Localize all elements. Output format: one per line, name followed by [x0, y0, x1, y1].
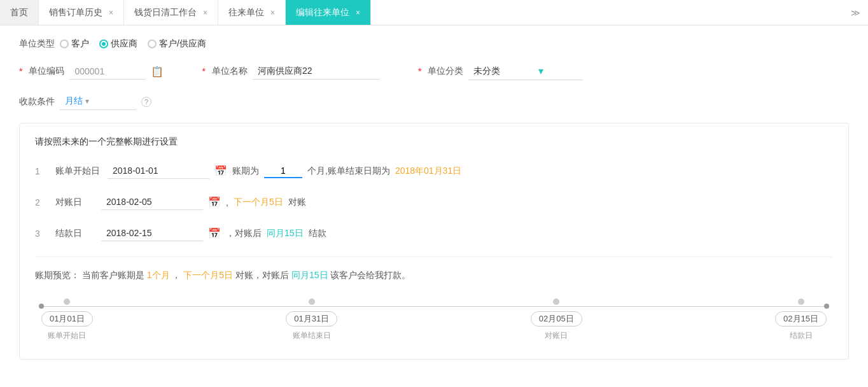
timeline-dot-3: [553, 299, 559, 305]
unit-category-group: * 单位分类 未分类 ▾: [418, 62, 583, 80]
step-1-calendar-icon[interactable]: 📅: [214, 165, 227, 177]
step-3-calendar-icon[interactable]: 📅: [208, 227, 221, 239]
main-content: 单位类型 客户 供应商 客户/供应商 * 单位编码: [0, 25, 868, 387]
preview-section: 账期预览： 当前客户账期是 1个月 ， 下一个月5日 对账，对账后 同月15日 …: [35, 267, 833, 341]
unit-category-star: *: [418, 66, 421, 76]
payment-select[interactable]: 月结 ▾: [60, 93, 136, 110]
step-1-label: 账单开始日: [55, 165, 100, 177]
tab-partner-close[interactable]: ×: [270, 8, 275, 17]
payment-group: 收款条件 月结 ▾ ?: [19, 93, 151, 110]
step-3-prefix: ，对账后: [226, 228, 262, 239]
tab-cash-work-label: 钱货日清工作台: [134, 7, 197, 18]
timeline-point-3: 02月05日 对账日: [531, 299, 582, 341]
unit-code-group: * 单位编码 📋: [19, 64, 164, 80]
timeline-point-2: 01月31日 账单结束日: [286, 299, 337, 341]
payment-label: 收款条件: [19, 96, 55, 108]
tab-expand-button[interactable]: ≫: [843, 0, 868, 25]
step-3-suffix: 结款: [309, 228, 326, 239]
unit-type-label: 单位类型: [19, 38, 55, 50]
tab-sales-history[interactable]: 销售订单历史 ×: [39, 0, 124, 25]
unit-code-input[interactable]: [69, 64, 146, 80]
timeline-label-4: 结款日: [790, 330, 813, 341]
step-2-input-group: 📅 , 下一个月5日 对账: [101, 194, 306, 210]
timeline-badge-4: 02月15日: [775, 311, 827, 327]
unit-name-label: 单位名称: [212, 66, 248, 77]
step-1-suffix-before: 账期为: [232, 165, 259, 177]
timeline-points: 01月01日 账单开始日 01月31日 账单结束日: [41, 299, 827, 341]
radio-both-label: 客户/供应商: [159, 38, 206, 50]
payment-value: 月结: [65, 95, 83, 107]
timeline-label-3: 对账日: [545, 330, 568, 341]
timeline-badge-2: 01月31日: [286, 311, 337, 327]
step-2-date-input[interactable]: [101, 194, 203, 210]
step-1-suffix-after: 个月,账单结束日期为: [307, 165, 390, 177]
step-1-input-group: 📅 账期为 个月,账单结束日期为 2018年01月31日: [108, 163, 461, 179]
timeline-container: 01月01日 账单开始日 01月31日 账单结束日: [35, 299, 833, 341]
expand-icon: ≫: [851, 8, 860, 18]
tab-cash-work[interactable]: 钱货日清工作台 ×: [124, 0, 218, 25]
payment-help-icon[interactable]: ?: [141, 97, 151, 107]
unit-name-star: *: [202, 66, 205, 76]
radio-both[interactable]: 客户/供应商: [148, 38, 206, 50]
timeline-point-4: 02月15日 结款日: [775, 299, 827, 341]
tab-edit-partner-label: 编辑往来单位: [296, 7, 349, 18]
radio-both-circle: [148, 39, 157, 48]
preview-text-1: 当前客户账期是: [82, 270, 144, 280]
radio-customer[interactable]: 客户: [60, 38, 89, 50]
preview-highlight2: 下一个月5日: [183, 270, 233, 280]
tab-edit-partner[interactable]: 编辑往来单位 ×: [286, 0, 371, 25]
step-2-calendar-icon[interactable]: 📅: [208, 196, 221, 208]
preview-text-4: 该客户会给我打款。: [330, 270, 410, 280]
timeline-badge-1: 01月01日: [41, 311, 93, 327]
preview-label: 账期预览：: [35, 270, 80, 280]
radio-customer-circle: [60, 39, 69, 48]
tab-home[interactable]: 首页: [0, 0, 39, 25]
tab-partner[interactable]: 往来单位 ×: [218, 0, 286, 25]
radio-supplier[interactable]: 供应商: [99, 38, 137, 50]
step-3-date-input[interactable]: [101, 225, 203, 241]
unit-category-label: 单位分类: [428, 66, 463, 77]
step-2-suffix: 对账: [288, 197, 306, 208]
tab-sales-history-close[interactable]: ×: [109, 8, 113, 17]
unit-name-input[interactable]: [253, 64, 380, 80]
preview-highlight3: 同月15日: [291, 270, 328, 280]
unit-type-group: 单位类型 客户 供应商 客户/供应商: [19, 38, 206, 50]
step-3-highlight: 同月15日: [267, 228, 304, 239]
step-3-number: 3: [35, 229, 48, 239]
step-1-row: 1 账单开始日 📅 账期为 个月,账单结束日期为 2018年01月31日: [35, 163, 833, 179]
period-input[interactable]: [264, 164, 302, 178]
unit-category-value: 未分类: [473, 66, 500, 77]
timeline-label-1: 账单开始日: [48, 330, 86, 341]
unit-code-calendar-icon[interactable]: 📋: [151, 66, 164, 78]
tab-edit-partner-close[interactable]: ×: [356, 8, 360, 17]
unit-category-select[interactable]: 未分类 ▾: [468, 62, 583, 80]
timeline-dot-4: [798, 299, 804, 305]
unit-name-group: * 单位名称: [202, 64, 379, 80]
unit-category-arrow: ▾: [538, 65, 543, 77]
unit-type-radio-group: 客户 供应商 客户/供应商: [60, 38, 206, 50]
timeline-dot-1: [64, 299, 70, 305]
preview-text-2: ，: [172, 270, 181, 280]
tab-bar: 首页 销售订单历史 × 钱货日清工作台 × 往来单位 × 编辑往来单位 × ≫: [0, 0, 868, 25]
step-1-number: 1: [35, 166, 48, 176]
preview-text-3: 对账，对账后: [235, 270, 289, 280]
settings-panel: 请按照未来的一个完整帐期进行设置 1 账单开始日 📅 账期为 个月,账单结束日期…: [19, 123, 849, 360]
step-2-prefix: ,: [226, 197, 228, 208]
radio-customer-label: 客户: [71, 38, 89, 50]
step-1-end-date: 2018年01月31日: [395, 165, 461, 177]
step-1-date-input[interactable]: [108, 163, 209, 179]
unit-code-star: *: [19, 66, 22, 76]
step-3-row: 3 结款日 📅 ，对账后 同月15日 结款: [35, 225, 833, 241]
step-2-highlight: 下一个月5日: [234, 197, 283, 208]
tab-sales-history-label: 销售订单历史: [49, 7, 102, 18]
tab-home-label: 首页: [10, 7, 28, 18]
unit-info-row: * 单位编码 📋 * 单位名称 * 单位分类 未分类 ▾: [19, 62, 849, 80]
radio-supplier-label: 供应商: [111, 38, 137, 50]
payment-row: 收款条件 月结 ▾ ?: [19, 93, 849, 110]
timeline-dot-2: [309, 299, 315, 305]
timeline-point-1: 01月01日 账单开始日: [41, 299, 93, 341]
step-3-input-group: 📅 ，对账后 同月15日 结款: [101, 225, 326, 241]
tab-cash-work-close[interactable]: ×: [203, 8, 207, 17]
unit-type-row: 单位类型 客户 供应商 客户/供应商: [19, 38, 849, 50]
panel-title: 请按照未来的一个完整帐期进行设置: [35, 136, 833, 148]
